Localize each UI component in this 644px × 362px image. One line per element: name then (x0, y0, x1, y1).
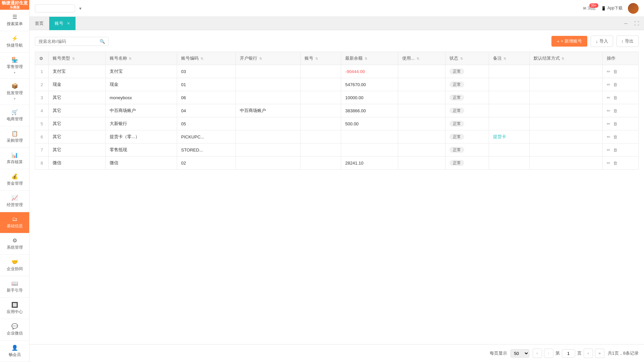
search-box[interactable]: 🔍 (35, 37, 109, 46)
cell-balance: -90444.00 (341, 65, 398, 78)
col-default-settlement[interactable]: 默认结算方式 ⇅ (529, 52, 602, 65)
system-icon: ⚙ (12, 237, 17, 244)
cell-usage (398, 104, 445, 117)
edit-icon[interactable]: ✏ (607, 147, 610, 153)
col-remark[interactable]: 备注 ⇅ (489, 52, 529, 65)
delete-icon[interactable]: 🗑 (613, 82, 618, 87)
table-row: 8 微信 微信 02 28241.10 正常 ✏ 🗑 (35, 157, 639, 170)
cell-name: 微信 (105, 157, 177, 170)
cell-actions: ✏ 🗑 (603, 104, 639, 117)
app-download-button[interactable]: 📱 App下载 (601, 5, 623, 11)
sidebar-item-search[interactable]: ☰ 搜索菜单 (0, 10, 29, 31)
sidebar-item-retail[interactable]: 🏪 零售管理 ▾ (0, 53, 29, 79)
add-account-button[interactable]: + + 新增账号 (551, 36, 587, 47)
col-usage[interactable]: 使用... ⇅ (398, 52, 445, 65)
app-center-icon: 🔲 (11, 302, 18, 308)
cell-no: 5 (35, 117, 49, 130)
accounts-table: ⚙ 账号类型 ⇅ 账号名称 ⇅ 账号编码 ⇅ 开户银行 ⇅ 账号 ⇅ 最新余额 … (35, 52, 639, 170)
edit-icon[interactable]: ✏ (607, 108, 610, 113)
edit-icon[interactable]: ✏ (607, 95, 610, 100)
sidebar-item-ecommerce[interactable]: 🛒 电商管理 (0, 105, 29, 126)
message-button[interactable]: ✉ 消息 99+ (583, 5, 596, 11)
sidebar-item-basic-info[interactable]: 🗂 基础信息 (0, 212, 29, 233)
tab-close-icon[interactable]: ✕ (67, 21, 70, 26)
export-icon: ↑ (622, 39, 624, 44)
top-dropdown-icon[interactable]: ▾ (79, 6, 82, 11)
sidebar-item-label: 企业微信 (7, 330, 23, 336)
sidebar-item-wechat[interactable]: 💬 企业微信 (0, 319, 29, 341)
sidebar-item-guide[interactable]: 📖 新手引导 (0, 276, 29, 298)
ecommerce-icon: 🛒 (11, 109, 18, 115)
prev-page-btn[interactable]: ‹ (544, 349, 553, 358)
edit-icon[interactable]: ✏ (607, 121, 610, 126)
delete-icon[interactable]: 🗑 (613, 121, 618, 126)
first-page-btn[interactable]: « (533, 349, 542, 358)
last-page-btn[interactable]: » (595, 349, 604, 358)
tab-home-label: 首页 (35, 20, 44, 26)
page-label: 第 (555, 350, 560, 356)
cell-status: 正常 (445, 78, 489, 91)
col-account[interactable]: 账号 ⇅ (301, 52, 341, 65)
cell-usage (398, 117, 445, 130)
cell-type: 现金 (49, 78, 106, 91)
edit-icon[interactable]: ✏ (607, 161, 610, 166)
edit-icon[interactable]: ✏ (607, 134, 610, 139)
sidebar-item-system[interactable]: ⚙ 系统管理 (0, 233, 29, 255)
tab-maximize-btn[interactable]: ⛶ (632, 19, 641, 28)
sidebar-item-quicknav[interactable]: ⚡ 快捷导航 (0, 31, 29, 53)
tab-home[interactable]: 首页 (30, 17, 49, 30)
cell-bank (236, 78, 301, 91)
edit-icon[interactable]: ✏ (607, 82, 610, 87)
cell-name: 支付宝 (105, 65, 177, 78)
sidebar-item-wholesale[interactable]: 📦 批发管理 ▾ (0, 79, 29, 105)
cell-usage (398, 157, 445, 170)
sidebar-item-purchase[interactable]: 📋 采购管理 (0, 126, 29, 148)
tab-minimize-btn[interactable]: ─ (621, 19, 631, 28)
cell-no: 1 (35, 65, 49, 78)
col-name[interactable]: 账号名称 ⇅ (105, 52, 177, 65)
col-balance[interactable]: 最新余额 ⇅ (341, 52, 398, 65)
col-type[interactable]: 账号类型 ⇅ (49, 52, 106, 65)
top-search-input[interactable] (35, 4, 75, 12)
delete-icon[interactable]: 🗑 (613, 147, 618, 153)
cell-balance: 10000.00 (341, 91, 398, 104)
delete-icon[interactable]: 🗑 (613, 108, 618, 113)
sidebar-item-enterprise[interactable]: 🤝 企业协同 (0, 255, 29, 276)
delete-icon[interactable]: 🗑 (613, 134, 618, 139)
next-page-btn[interactable]: › (584, 349, 593, 358)
cell-bank (236, 117, 301, 130)
delete-icon[interactable]: 🗑 (613, 69, 618, 74)
sidebar-item-operation[interactable]: 📈 经营管理 (0, 191, 29, 212)
user-avatar[interactable] (628, 3, 639, 14)
search-icon: 🔍 (100, 39, 105, 44)
retail-sub-icon: ▾ (14, 71, 15, 74)
search-input[interactable] (39, 39, 98, 44)
top-bar: ▾ ✉ 消息 99+ 📱 App下载 (30, 0, 644, 17)
cell-default-settlement (529, 78, 602, 91)
topbar-right: ✉ 消息 99+ 📱 App下载 (583, 3, 639, 14)
cell-type: 其它 (49, 117, 106, 130)
cell-actions: ✏ 🗑 (603, 117, 639, 130)
sidebar-item-app-center[interactable]: 🔲 应用中心 (0, 298, 29, 319)
sidebar-item-inventory[interactable]: 📊 库存核算 (0, 148, 29, 169)
edit-icon[interactable]: ✏ (607, 69, 610, 74)
delete-icon[interactable]: 🗑 (613, 161, 618, 166)
import-button[interactable]: ↓ 导入 (591, 36, 613, 47)
basic-info-icon: 🗂 (12, 216, 17, 222)
enterprise-icon: 🤝 (11, 259, 18, 265)
table-row: 1 支付宝 支付宝 03 -90444.00 正常 ✏ 🗑 (35, 65, 639, 78)
page-input[interactable] (562, 349, 575, 358)
delete-icon[interactable]: 🗑 (613, 95, 618, 100)
export-button[interactable]: ↑ 导出 (616, 36, 639, 47)
cell-code: STORED... (177, 143, 235, 157)
col-bank[interactable]: 开户银行 ⇅ (236, 52, 301, 65)
col-code[interactable]: 账号编码 ⇅ (177, 52, 235, 65)
col-settings[interactable]: ⚙ (35, 52, 49, 65)
sidebar-item-member[interactable]: 👤 畅会员 (0, 341, 29, 362)
per-page-select[interactable]: 50 20 100 (511, 349, 529, 358)
cell-no: 8 (35, 157, 49, 170)
col-status[interactable]: 状态 ⇅ (445, 52, 489, 65)
sidebar-item-finance[interactable]: 💰 资金管理 (0, 169, 29, 191)
tab-accounts[interactable]: 账号 ✕ (49, 17, 76, 30)
cell-account (301, 157, 341, 170)
